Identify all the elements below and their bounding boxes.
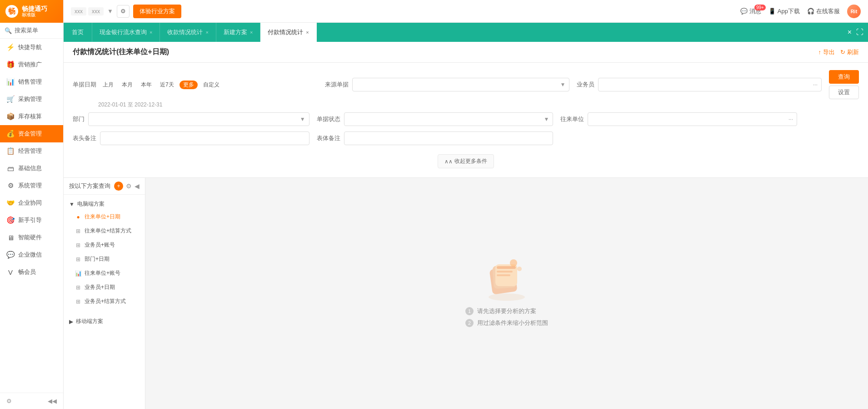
sidebar-item-label: 快捷导航 — [18, 43, 42, 51]
sidebar-item-quick-nav[interactable]: ⚡ 快捷导航 — [0, 39, 63, 56]
guide-icon: 🎯 — [6, 216, 15, 224]
sidebar-collapse-icon[interactable]: ◀◀ — [48, 398, 57, 404]
date-btn-custom[interactable]: 自定义 — [200, 80, 222, 90]
scheme-icon: ⊞ — [75, 242, 82, 249]
tab-new-scheme[interactable]: 新建方案 × — [216, 23, 260, 42]
scheme-item-salesman-date[interactable]: ⊞ 业务员+日期 — [64, 280, 145, 294]
scheme-group-mobile-title[interactable]: ▶ 移动端方案 — [64, 316, 145, 327]
avatar[interactable]: Rit — [847, 5, 861, 18]
app-download-btn[interactable]: 📱 App下载 — [768, 7, 800, 15]
svg-rect-4 — [497, 266, 516, 269]
tab-bank-close[interactable]: × — [150, 30, 152, 35]
marketing-icon: 🎁 — [6, 61, 15, 69]
header-note-input[interactable] — [100, 131, 309, 145]
svg-point-7 — [510, 259, 517, 267]
settings-btn[interactable]: 设置 — [829, 86, 859, 99]
sidebar-item-inventory[interactable]: 📦 库存核算 — [0, 108, 63, 125]
scheme-group-mobile-label: 移动端方案 — [76, 318, 103, 325]
tab-home[interactable]: 首页 — [64, 23, 92, 42]
sidebar-search[interactable]: 🔍 搜索菜单 — [0, 23, 63, 39]
tab-expand-icon[interactable]: ⛶ — [856, 28, 863, 36]
quick-nav-icon: ⚡ — [6, 43, 15, 51]
collapse-label: 收起更多条件 — [454, 157, 487, 165]
notification-btn[interactable]: 💬 消息 99+ — [740, 7, 761, 15]
sidebar-item-marketing[interactable]: 🎁 营销推广 — [0, 56, 63, 73]
sidebar-item-hardware[interactable]: 🖥 智能硬件 — [0, 229, 63, 246]
body-note-filter: 表体备注 — [317, 131, 554, 145]
sidebar-item-purchase[interactable]: 🛒 采购管理 — [0, 91, 63, 108]
sidebar-item-guide[interactable]: 🎯 新手引导 — [0, 212, 63, 229]
status-filter: 单据状态 ▼ — [317, 112, 554, 126]
refresh-btn[interactable]: ↻ 刷新 — [840, 48, 859, 56]
empty-state: 1 请先选择要分析的方案 2 用过滤条件来缩小分析范围 — [465, 256, 548, 331]
tab-new-close[interactable]: × — [250, 30, 253, 35]
scheme-icon: ⊞ — [75, 284, 82, 291]
date-btn-more[interactable]: 更多 — [180, 81, 198, 89]
online-service-btn[interactable]: 🎧 在线客服 — [807, 7, 840, 15]
page-header: 付款情况统计(往来单位+日期) ↑ 导出 ↻ 刷新 — [64, 42, 868, 63]
date-btn-this-month[interactable]: 本月 — [119, 80, 135, 90]
date-filter: 单据日期 上月 本月 本年 近7天 更多 自定义 — [73, 80, 318, 90]
sidebar-item-capital[interactable]: 💰 资金管理 — [0, 125, 63, 142]
date-btn-7days[interactable]: 近7天 — [157, 80, 177, 90]
scheme-item-partner-settle[interactable]: ⊞ 往来单位+结算方式 — [64, 224, 145, 238]
scheme-item-dept-date[interactable]: ⊞ 部门+日期 — [64, 252, 145, 266]
tab-close-all-icon[interactable]: × — [848, 28, 852, 36]
scheme-item-label: 业务员+日期 — [85, 283, 115, 291]
enterprise-icon: 🤝 — [6, 199, 15, 207]
tab-receipt[interactable]: 收款情况统计 × — [160, 23, 216, 42]
tab-payment-close[interactable]: × — [306, 30, 309, 35]
salesman-select[interactable]: ··· — [598, 78, 822, 91]
scheme-gear-icon[interactable]: ⚙ — [126, 182, 132, 190]
scheme-add-icon[interactable]: + — [114, 182, 123, 191]
sidebar-item-operations[interactable]: 📋 经营管理 — [0, 142, 63, 160]
sidebar-settings-icon[interactable]: ⚙ — [6, 398, 12, 404]
scheme-item-partner-account[interactable]: 📊 往来单位+账号 — [64, 266, 145, 280]
scheme-item-salesman-account[interactable]: ⊞ 业务员+账号 — [64, 238, 145, 252]
source-select[interactable]: ▼ — [352, 78, 570, 91]
sidebar-item-label: 营销推广 — [18, 61, 42, 69]
date-btn-this-year[interactable]: 本年 — [138, 80, 155, 90]
page-layout: 付款情况统计(往来单位+日期) ↑ 导出 ↻ 刷新 单 — [64, 42, 868, 409]
sidebar-item-label: 智能硬件 — [18, 233, 42, 242]
topbar-settings-btn[interactable]: ⚙ — [117, 5, 130, 18]
scheme-group-desktop-title[interactable]: ▼ 电脑端方案 — [64, 198, 145, 210]
date-range-display: 2022-01-01 至 2022-12-31 — [98, 101, 859, 109]
dept-select[interactable]: ▼ — [88, 112, 309, 126]
scheme-icon: ⊞ — [75, 227, 82, 235]
filter-row-3: 表头备注 表体备注 — [73, 131, 859, 145]
tab-payment[interactable]: 付款情况统计 × — [260, 23, 316, 42]
sidebar-item-member[interactable]: V 畅会员 — [0, 263, 63, 281]
sidebar-item-system[interactable]: ⚙ 系统管理 — [0, 177, 63, 194]
empty-tip-1: 1 请先选择要分析的方案 — [465, 307, 548, 315]
tab-bank[interactable]: 现金银行流水查询 × — [92, 23, 160, 42]
scheme-item-partner-date[interactable]: ● 往来单位+日期 — [64, 210, 145, 224]
tip-num-2: 2 — [465, 319, 474, 327]
sidebar-item-sales[interactable]: 📊 销售管理 — [0, 73, 63, 91]
export-btn[interactable]: ↑ 导出 — [818, 48, 835, 56]
date-btn-last-month[interactable]: 上月 — [100, 80, 116, 90]
query-btn[interactable]: 查询 — [829, 70, 859, 84]
tab-receipt-close[interactable]: × — [205, 30, 208, 35]
industry-btn[interactable]: 体验行业方案 — [133, 5, 181, 18]
sidebar-item-basic-info[interactable]: 🗃 基础信息 — [0, 160, 63, 177]
refresh-icon: ↻ — [840, 49, 845, 56]
main-area: xxx xxx ▼ ⚙ 体验行业方案 💬 消息 99+ 📱 App下载 🎧 在线… — [64, 0, 868, 409]
scheme-collapse-icon[interactable]: ◀ — [135, 182, 140, 190]
partner-select[interactable]: ··· — [588, 112, 797, 126]
service-icon: 🎧 — [807, 8, 814, 15]
refresh-label: 刷新 — [847, 48, 859, 56]
scheme-item-salesman-settle[interactable]: ⊞ 业务员+结算方式 — [64, 294, 145, 308]
app-download-label: App下载 — [778, 7, 800, 15]
sidebar-item-wechat[interactable]: 💬 企业微信 — [0, 246, 63, 263]
status-select[interactable]: ▼ — [344, 112, 554, 126]
dropdown-icon[interactable]: ▼ — [107, 8, 113, 15]
collapse-btn[interactable]: ∧∧ 收起更多条件 — [438, 154, 494, 168]
dept-label: 部门 — [73, 115, 85, 123]
tab-bank-label: 现金银行流水查询 — [100, 28, 147, 36]
scheme-icon: ⊞ — [75, 256, 82, 263]
sidebar-item-enterprise[interactable]: 🤝 企业协同 — [0, 194, 63, 212]
logo-icon: 畅 — [5, 5, 18, 18]
body-note-input[interactable] — [344, 131, 554, 145]
sidebar-header: 畅 畅捷通巧 标准版 — [0, 0, 63, 23]
